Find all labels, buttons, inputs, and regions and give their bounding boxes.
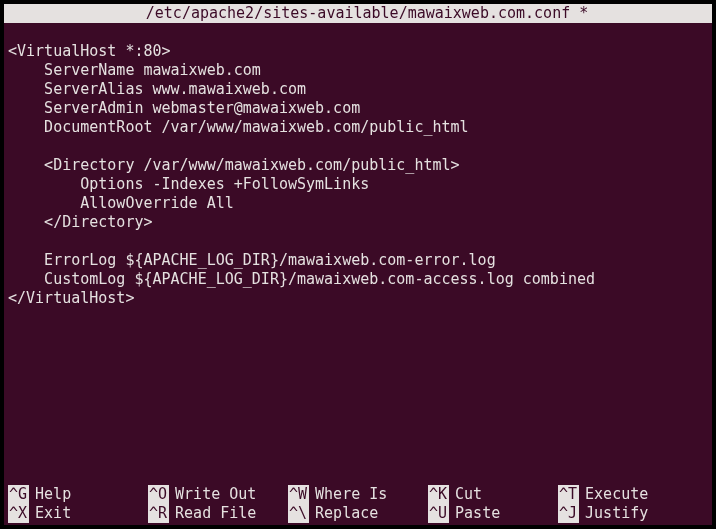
action-label: Where Is	[309, 485, 387, 504]
action-label: Read File	[169, 504, 256, 523]
terminal-window: /etc/apache2/sites-available/mawaixweb.c…	[4, 4, 712, 525]
action-label: Help	[29, 485, 71, 504]
shortcut-execute[interactable]: ^TExecute	[558, 485, 688, 504]
key-label: ^O	[148, 485, 169, 504]
line: ServerName mawaixweb.com	[8, 61, 261, 79]
line: ServerAlias www.mawaixweb.com	[8, 80, 306, 98]
line: ServerAdmin webmaster@mawaixweb.com	[8, 99, 360, 117]
shortcut-row-2: ^XExit ^RRead File ^\Replace ^UPaste ^JJ…	[8, 504, 708, 523]
action-label: Cut	[449, 485, 482, 504]
line: <VirtualHost *:80>	[8, 42, 171, 60]
key-label: ^J	[558, 504, 579, 523]
action-label: Exit	[29, 504, 71, 523]
shortcut-paste[interactable]: ^UPaste	[428, 504, 558, 523]
line: AllowOverride All	[8, 194, 234, 212]
line: DocumentRoot /var/www/mawaixweb.com/publ…	[8, 118, 469, 136]
line: </Directory>	[8, 213, 153, 231]
shortcut-row-1: ^GHelp ^OWrite Out ^WWhere Is ^KCut ^TEx…	[8, 485, 708, 504]
shortcut-replace[interactable]: ^\Replace	[288, 504, 428, 523]
shortcut-justify[interactable]: ^JJustify	[558, 504, 688, 523]
action-label: Paste	[449, 504, 500, 523]
line: <Directory /var/www/mawaixweb.com/public…	[8, 156, 460, 174]
key-label: ^X	[8, 504, 29, 523]
shortcut-exit[interactable]: ^XExit	[8, 504, 148, 523]
shortcut-cut[interactable]: ^KCut	[428, 485, 558, 504]
line: Options -Indexes +FollowSymLinks	[8, 175, 369, 193]
line: </VirtualHost>	[8, 289, 134, 307]
key-label: ^G	[8, 485, 29, 504]
action-label: Write Out	[169, 485, 256, 504]
line: ErrorLog ${APACHE_LOG_DIR}/mawaixweb.com…	[8, 251, 496, 269]
key-label: ^R	[148, 504, 169, 523]
key-label: ^U	[428, 504, 449, 523]
shortcut-bar: ^GHelp ^OWrite Out ^WWhere Is ^KCut ^TEx…	[8, 485, 708, 523]
shortcut-write-out[interactable]: ^OWrite Out	[148, 485, 288, 504]
key-label: ^T	[558, 485, 579, 504]
shortcut-help[interactable]: ^GHelp	[8, 485, 148, 504]
key-label: ^K	[428, 485, 449, 504]
key-label: ^\	[288, 504, 309, 523]
action-label: Justify	[579, 504, 648, 523]
line: CustomLog ${APACHE_LOG_DIR}/mawaixweb.co…	[8, 270, 595, 288]
action-label: Execute	[579, 485, 648, 504]
shortcut-where-is[interactable]: ^WWhere Is	[288, 485, 428, 504]
editor-content[interactable]: <VirtualHost *:80> ServerName mawaixweb.…	[4, 23, 712, 308]
key-label: ^W	[288, 485, 309, 504]
action-label: Replace	[309, 504, 378, 523]
shortcut-read-file[interactable]: ^RRead File	[148, 504, 288, 523]
file-title-bar: /etc/apache2/sites-available/mawaixweb.c…	[4, 4, 712, 23]
